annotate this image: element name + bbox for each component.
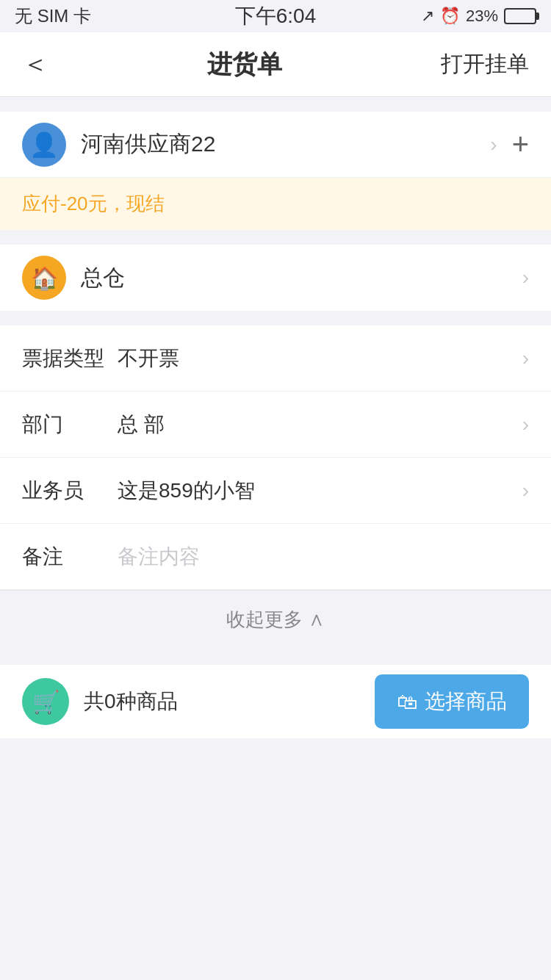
dept-value: 总 部 <box>118 411 522 439</box>
supplier-avatar: 👤 <box>22 123 66 167</box>
warehouse-arrow-icon: › <box>522 266 529 289</box>
nav-bar: ＜ 进货单 打开挂单 <box>0 32 551 97</box>
supplier-section: 👤 河南供应商22 › + 应付-20元，现结 <box>0 112 551 230</box>
remark-label: 备注 <box>22 543 118 571</box>
notice-bar: 应付-20元，现结 <box>0 178 551 230</box>
salesperson-value: 这是859的小智 <box>118 477 522 505</box>
back-button[interactable]: ＜ <box>22 46 48 82</box>
location-icon: ↗ <box>421 7 434 26</box>
dept-label: 部门 <box>22 411 118 439</box>
supplier-arrow-icon: › <box>490 133 497 156</box>
product-count: 共0种商品 <box>84 688 375 716</box>
collapse-label: 收起更多 ∧ <box>226 607 324 633</box>
supplier-name: 河南供应商22 <box>81 129 490 159</box>
supplier-row[interactable]: 👤 河南供应商22 › + <box>0 112 551 178</box>
shopping-bag-icon: 🛒 <box>32 689 60 715</box>
salesperson-label: 业务员 <box>22 477 118 505</box>
section-gap-4 <box>0 649 551 663</box>
open-pending-button[interactable]: 打开挂单 <box>441 49 529 79</box>
status-right: ↗ ⏰ 23% <box>421 7 536 26</box>
add-supplier-button[interactable]: + <box>512 128 529 161</box>
dept-arrow-icon: › <box>522 413 529 436</box>
warehouse-name: 总仓 <box>81 263 522 293</box>
invoice-arrow-icon: › <box>522 347 529 370</box>
section-gap-1 <box>0 97 551 112</box>
person-icon: 👤 <box>29 131 59 159</box>
home-icon: 🏠 <box>31 265 58 291</box>
section-gap-3 <box>0 311 551 325</box>
time-text: 下午6:04 <box>235 2 317 30</box>
salesperson-arrow-icon: › <box>522 479 529 502</box>
invoice-label: 票据类型 <box>22 345 118 372</box>
collapse-button[interactable]: 收起更多 ∧ <box>0 590 551 649</box>
select-product-icon: 🛍 <box>397 690 417 714</box>
cart-icon-container: 🛒 <box>22 678 69 725</box>
salesperson-row[interactable]: 业务员 这是859的小智 › <box>0 458 551 524</box>
remark-row[interactable]: 备注 备注内容 <box>0 524 551 590</box>
battery-percent: 23% <box>466 7 498 26</box>
select-product-button[interactable]: 🛍 选择商品 <box>375 674 529 729</box>
warehouse-row[interactable]: 🏠 总仓 › <box>0 245 551 311</box>
fields-section: 票据类型 不开票 › 部门 总 部 › 业务员 这是859的小智 › 备注 备注… <box>0 325 551 590</box>
invoice-value: 不开票 <box>118 345 522 372</box>
dept-row[interactable]: 部门 总 部 › <box>0 392 551 458</box>
battery-icon <box>504 8 536 24</box>
status-bar: 无 SIM 卡 下午6:04 ↗ ⏰ 23% <box>0 0 551 32</box>
invoice-row[interactable]: 票据类型 不开票 › <box>0 325 551 392</box>
carrier-text: 无 SIM 卡 <box>15 4 91 28</box>
bottom-section: 🛒 共0种商品 🛍 选择商品 <box>0 665 551 738</box>
select-product-label: 选择商品 <box>425 688 507 716</box>
warehouse-icon: 🏠 <box>22 256 66 300</box>
alarm-icon: ⏰ <box>440 7 460 26</box>
page-title: 进货单 <box>207 48 282 82</box>
remark-input[interactable]: 备注内容 <box>118 543 529 571</box>
warehouse-section: 🏠 总仓 › <box>0 245 551 311</box>
section-gap-2 <box>0 230 551 245</box>
notice-text: 应付-20元，现结 <box>22 192 165 215</box>
